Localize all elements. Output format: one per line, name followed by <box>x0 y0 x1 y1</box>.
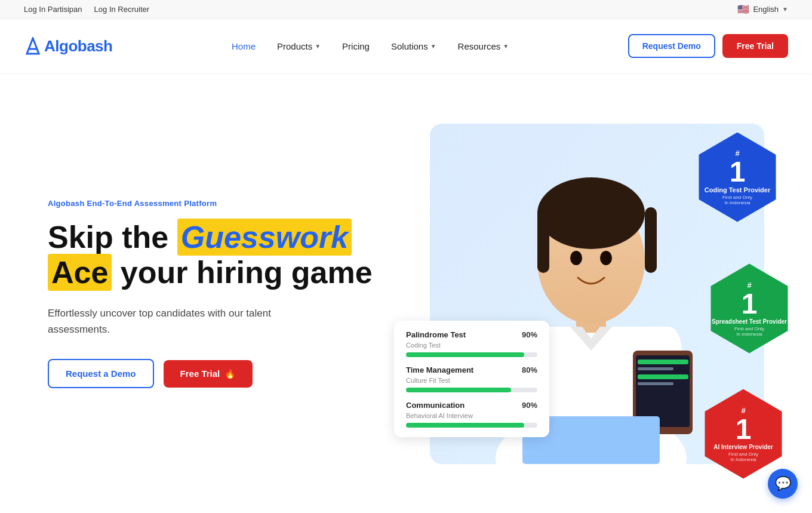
score-bar-fill-time <box>406 388 511 392</box>
svg-point-11 <box>600 251 612 265</box>
nav-item-solutions[interactable]: Solutions ▼ <box>383 36 445 56</box>
hero-tagline: Algobash End-To-End Assessment Platform <box>48 199 382 208</box>
hero-free-trial-button[interactable]: Free Trial 🔥 <box>164 360 253 388</box>
free-trial-button[interactable]: Free Trial <box>722 34 788 58</box>
score-item-palindrome: Palindrome Test 90% Coding Test <box>406 330 537 357</box>
coding-badge-title: Coding Test Provider <box>705 186 770 193</box>
top-bar: Log In Partisipan Log In Recruiter 🇺🇸 En… <box>0 0 812 19</box>
language-label: English <box>753 5 779 14</box>
svg-marker-0 <box>27 38 39 54</box>
score-bar-bg-time <box>406 388 537 392</box>
score-name-time: Time Management <box>406 365 473 374</box>
login-participant-link[interactable]: Log In Partisipan <box>24 5 82 14</box>
svg-rect-20 <box>638 382 673 385</box>
score-card: Palindrome Test 90% Coding Test Time Man… <box>394 321 549 437</box>
products-chevron-icon: ▼ <box>315 43 321 50</box>
hero-buttons: Request a Demo Free Trial 🔥 <box>48 359 382 388</box>
chat-widget[interactable]: 💬 <box>768 469 798 499</box>
svg-point-10 <box>570 251 582 265</box>
score-pct-time: 80% <box>522 365 537 374</box>
nav-item-home[interactable]: Home <box>223 36 264 56</box>
main-nav: Home Products ▼ Pricing Solutions ▼ Reso… <box>223 36 517 56</box>
score-name-palindrome: Palindrome Test <box>406 330 466 339</box>
resources-chevron-icon: ▼ <box>503 43 509 50</box>
logo-link[interactable]: Algobash <box>24 37 112 56</box>
hero-trial-label: Free Trial <box>180 368 220 379</box>
score-type-comm: Behavioral AI Interview <box>406 412 537 419</box>
header-buttons: Request Demo Free Trial <box>628 34 788 58</box>
solutions-chevron-icon: ▼ <box>430 43 436 50</box>
score-pct-palindrome: 90% <box>522 330 537 339</box>
svg-point-7 <box>537 177 645 249</box>
flag-icon: 🇺🇸 <box>737 4 749 15</box>
hero-right: # 1 Coding Test Provider First and OnlyI… <box>406 121 788 467</box>
hero-title: Skip the Guesswork Ace your hiring game <box>48 220 382 291</box>
score-bar-fill-palindrome <box>406 352 524 357</box>
score-type-time: Culture Fit Test <box>406 377 537 384</box>
svg-rect-18 <box>638 367 673 370</box>
svg-rect-8 <box>537 207 549 273</box>
coding-badge-subtitle: First and OnlyIn Indonesia <box>705 195 770 205</box>
login-recruiter-link[interactable]: Log In Recruiter <box>94 5 150 14</box>
hero-left: Algobash End-To-End Assessment Platform … <box>48 199 382 389</box>
top-bar-links: Log In Partisipan Log In Recruiter <box>24 5 149 14</box>
score-item-communication: Communication 90% Behavioral AI Intervie… <box>406 401 537 428</box>
svg-rect-19 <box>638 374 688 379</box>
badge-coding: # 1 Coding Test Provider First and OnlyI… <box>693 133 782 222</box>
spreadsheet-badge-title: Spreadsheet Test Provider <box>712 318 787 325</box>
chat-icon: 💬 <box>775 476 791 492</box>
score-bar-bg-comm <box>406 423 537 428</box>
hero-section: Algobash End-To-End Assessment Platform … <box>0 73 812 513</box>
hero-request-demo-button[interactable]: Request a Demo <box>48 359 154 388</box>
ai-badge-title: AI Interview Provider <box>713 444 773 450</box>
hero-title-part1: Skip the <box>48 220 177 254</box>
logo-text: Algobash <box>44 37 112 56</box>
hero-subtitle: Effortlessly uncover top candidates with… <box>48 305 322 337</box>
score-bar-bg-palindrome <box>406 352 537 357</box>
nav-item-pricing[interactable]: Pricing <box>334 36 378 56</box>
svg-rect-17 <box>638 360 688 364</box>
score-item-time-management: Time Management 80% Culture Fit Test <box>406 365 537 392</box>
badge-ai-interview: # 1 AI Interview Provider First and Only… <box>699 389 788 479</box>
svg-rect-9 <box>645 207 657 273</box>
score-type-palindrome: Coding Test <box>406 342 537 349</box>
nav-item-resources[interactable]: Resources ▼ <box>450 36 518 56</box>
score-bar-fill-comm <box>406 423 524 428</box>
logo-icon <box>24 37 42 55</box>
ai-badge-subtitle: First and OnlyIn Indonesia <box>713 451 773 462</box>
fire-icon: 🔥 <box>224 368 236 379</box>
hero-title-ace: Ace <box>48 254 112 291</box>
header: Algobash Home Products ▼ Pricing Solutio… <box>0 19 812 73</box>
spreadsheet-badge-subtitle: First and OnlyIn Indonesia <box>712 326 787 337</box>
request-demo-button[interactable]: Request Demo <box>628 34 715 58</box>
chevron-down-icon: ▼ <box>782 6 788 13</box>
nav-item-products[interactable]: Products ▼ <box>269 36 329 56</box>
score-pct-comm: 90% <box>522 401 537 410</box>
hero-title-rest: your hiring game <box>112 255 372 290</box>
score-name-comm: Communication <box>406 401 465 410</box>
language-selector[interactable]: 🇺🇸 English ▼ <box>737 4 788 15</box>
badge-spreadsheet: # 1 Spreadsheet Test Provider First and … <box>705 264 794 354</box>
hero-title-guesswork: Guesswork <box>177 219 352 256</box>
